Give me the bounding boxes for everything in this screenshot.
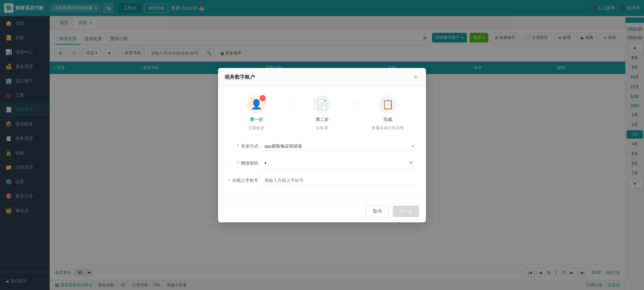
step-arrow-2: →	[350, 95, 360, 107]
step-2-icon-wrap: 📄	[313, 95, 331, 114]
step-arrow-1: →	[284, 95, 294, 107]
step-2-desc: 去取票	[316, 125, 328, 131]
password-label: 网报密码	[228, 160, 258, 166]
modal-footer: 取消 下一步	[218, 200, 426, 222]
form-row-password: 网报密码 👁	[228, 158, 416, 169]
modal-header: 税务数字账户 ✕	[218, 68, 426, 87]
step-3-label: 完成	[383, 117, 392, 123]
password-wrap: 👁	[262, 158, 416, 169]
modal-overlay: 税务数字账户 ✕ 👤 ! 第一步 完善账密 →	[0, 0, 644, 290]
step-3-clipboard-icon: 📋	[382, 99, 394, 110]
password-input[interactable]	[262, 158, 416, 169]
modal-title: 税务数字账户	[225, 74, 255, 80]
steps-wrap: 👤 ! 第一步 完善账密 → 📄 第二步 去取票 →	[228, 95, 416, 131]
step-1-label: 第一步	[250, 117, 263, 123]
step-1-icon-wrap: 👤 !	[247, 95, 266, 114]
step-3: 📋 完成 查看具体任务结果	[360, 95, 416, 131]
form-row-phone: 办税人手机号	[228, 176, 416, 185]
login-method-select-wrap: app获取验证码登录 密码登录 ▾	[262, 142, 416, 151]
step-2: 📄 第二步 去取票	[294, 95, 350, 131]
login-method-label: 登录方式	[228, 143, 258, 149]
step-1-desc: 完善账密	[248, 125, 264, 131]
phone-input[interactable]	[262, 176, 416, 185]
step-2-label: 第二步	[316, 117, 329, 123]
form-row-login-method: 登录方式 app获取验证码登录 密码登录 ▾	[228, 142, 416, 151]
next-button[interactable]: 下一步	[393, 206, 419, 217]
step-3-desc: 查看具体任务结果	[372, 125, 404, 131]
eye-icon[interactable]: 👁	[409, 160, 414, 166]
step-3-icon-wrap: 📋	[378, 95, 397, 114]
step-1-error-badge: !	[260, 95, 266, 101]
step-2-doc-icon: 📄	[316, 99, 328, 110]
select-arrow-icon: ▾	[412, 143, 414, 149]
modal-close-button[interactable]: ✕	[411, 73, 419, 81]
step-1-person-icon: 👤	[251, 99, 262, 110]
cancel-button[interactable]: 取消	[366, 206, 389, 217]
phone-label: 办税人手机号	[228, 177, 258, 184]
modal-body: 👤 ! 第一步 完善账密 → 📄 第二步 去取票 →	[218, 87, 426, 200]
tax-digital-modal: 税务数字账户 ✕ 👤 ! 第一步 完善账密 →	[218, 68, 426, 222]
login-method-select[interactable]: app获取验证码登录 密码登录	[262, 142, 416, 151]
step-1: 👤 ! 第一步 完善账密	[228, 95, 284, 131]
